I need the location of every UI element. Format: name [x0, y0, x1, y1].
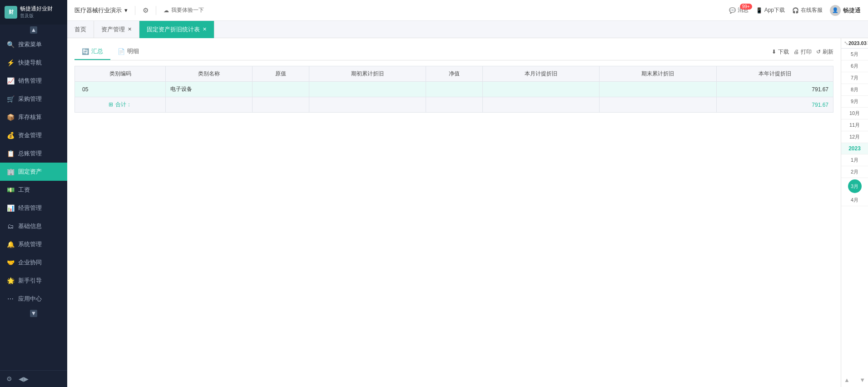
refresh-icon: ↺	[816, 49, 821, 55]
sidebar-item-ledger[interactable]: 📋 总账管理	[0, 144, 67, 163]
main-area: 医疗器械行业演示 ▾ ⚙ ☁ 我要体验一下 💬 消息 99+ 📱 App下载 🎧…	[67, 0, 868, 387]
col-header-name: 类别名称	[166, 66, 253, 82]
topbar-right: 💬 消息 99+ 📱 App下载 🎧 在线客服 👤 畅捷通	[729, 5, 861, 16]
date-item-4[interactable]: 4月	[841, 194, 868, 206]
settings-bottom-icon[interactable]: ⚙	[6, 375, 12, 382]
date-item-5[interactable]: 5月	[841, 49, 868, 60]
date-item-9[interactable]: 9月	[841, 96, 868, 108]
purchase-icon: 🛒	[6, 95, 15, 103]
sidebar-item-collab[interactable]: 🤝 企业协同	[0, 253, 67, 272]
user-avatar: 👤	[830, 5, 841, 16]
sidebar-item-guide[interactable]: 🌟 新手引导	[0, 272, 67, 290]
topbar-divider2	[156, 6, 156, 15]
sidebar-item-quicknav[interactable]: ⚡ 快捷导航	[0, 54, 67, 72]
basic-icon: 🗂	[6, 222, 15, 230]
topbar-messages[interactable]: 💬 消息 99+	[729, 6, 749, 14]
sidebar-item-apps-label: 应用中心	[18, 295, 42, 303]
col-header-annual: 本年计提折旧	[716, 66, 833, 82]
sidebar-item-inventory[interactable]: 📦 库存核算	[0, 108, 67, 126]
topbar-online-service[interactable]: 🎧 在线客服	[792, 6, 823, 14]
total-original-cell	[253, 97, 309, 113]
online-service-label: 在线客服	[801, 6, 823, 14]
sub-tab-summary[interactable]: 🔄 汇总	[74, 44, 110, 60]
logo-sub: 普及版	[20, 13, 53, 19]
system-icon: 🔔	[6, 240, 15, 248]
scroll-up-button[interactable]: ▲	[30, 26, 37, 34]
table-header-row: 类别编码 类别名称 原值 期初累计折旧 净值 本月计提折旧 期末累计折旧 本年计…	[75, 66, 833, 82]
total-label-cell: ⊞ 合计：	[75, 97, 166, 113]
date-item-10[interactable]: 10月	[841, 108, 868, 119]
sidebar-item-purchase[interactable]: 🛒 采购管理	[0, 90, 67, 108]
date-year-2023[interactable]: 2023	[841, 143, 868, 154]
tab-depreciation-close[interactable]: ✕	[203, 26, 207, 32]
sidebar-item-inventory-label: 库存核算	[18, 113, 42, 121]
user-name: 畅捷通	[843, 6, 861, 15]
sidebar-item-sales[interactable]: 📈 销售管理	[0, 72, 67, 90]
tab-asset-mgmt-label: 资产管理	[101, 25, 125, 34]
quicknav-icon: ⚡	[6, 59, 15, 67]
refresh-button[interactable]: ↺ 刷新	[816, 48, 833, 56]
cell-net	[426, 82, 483, 97]
sidebar-item-collab-label: 企业协同	[18, 258, 42, 267]
sidebar-item-business[interactable]: 📊 经营管理	[0, 199, 67, 217]
company-dropdown-icon: ▾	[124, 7, 128, 14]
date-item-3-active[interactable]: 3月	[848, 179, 862, 193]
cell-end-accum	[600, 82, 716, 97]
collapse-sidebar-icon[interactable]: ◀▶	[19, 375, 29, 382]
sidebar-item-fixed[interactable]: 🏢 固定资产	[0, 163, 67, 181]
data-table: 类别编码 类别名称 原值 期初累计折旧 净值 本月计提折旧 期末累计折旧 本年计…	[74, 66, 833, 113]
tab-depreciation-label: 固定资产折旧统计表	[147, 25, 200, 34]
total-annual-cell: 791.67	[716, 97, 833, 113]
topbar-experience[interactable]: ☁ 我要体验一下	[164, 6, 204, 14]
topbar-user[interactable]: 👤 畅捷通	[830, 5, 861, 16]
sidebar-item-apps[interactable]: ⋯ 应用中心	[0, 290, 67, 308]
sum-icon: ⊞	[109, 101, 113, 108]
tab-depreciation[interactable]: 固定资产折旧统计表 ✕	[139, 21, 214, 38]
date-item-1[interactable]: 1月	[841, 154, 868, 166]
topbar-app-download[interactable]: 📱 App下载	[756, 6, 785, 14]
sidebar-item-search[interactable]: 🔍 搜索菜单	[0, 35, 67, 54]
sidebar-item-business-label: 经营管理	[18, 204, 42, 212]
tab-asset-mgmt-close[interactable]: ✕	[128, 26, 132, 32]
table-row: 05 电子设备 791.67	[75, 82, 833, 97]
sidebar-item-payroll[interactable]: 💵 工资	[0, 181, 67, 199]
topbar-divider1	[135, 6, 135, 15]
experience-label: 我要体验一下	[171, 6, 204, 14]
cell-monthly	[482, 82, 599, 97]
date-prev-icon[interactable]: ▲	[844, 377, 850, 383]
date-item-2[interactable]: 2月	[841, 166, 868, 178]
tab-asset-mgmt[interactable]: 资产管理 ✕	[94, 21, 139, 38]
sidebar-item-guide-label: 新手引导	[18, 277, 42, 285]
phone-icon: 📱	[756, 7, 763, 14]
toolbar: ⬇ 下载 🖨 打印 ↺ 刷新	[772, 48, 833, 56]
summary-icon: 🔄	[82, 48, 89, 55]
date-item-12[interactable]: 12月	[841, 131, 868, 143]
col-header-end-accum: 期末累计折旧	[600, 66, 716, 82]
msg-icon: 💬	[729, 7, 736, 14]
sub-tab-summary-label: 汇总	[91, 47, 103, 55]
date-panel-header: 2023.03	[848, 40, 867, 46]
sidebar-item-finance[interactable]: 💰 资金管理	[0, 126, 67, 144]
date-item-11[interactable]: 11月	[841, 119, 868, 131]
print-button[interactable]: 🖨 打印	[794, 48, 812, 56]
sub-tab-detail[interactable]: 📄 明细	[110, 44, 146, 60]
sidebar-item-payroll-label: 工资	[18, 186, 30, 194]
topbar-settings-icon[interactable]: ⚙	[143, 6, 149, 15]
sidebar-item-fixed-label: 固定资产	[18, 168, 42, 176]
tab-home[interactable]: 首页	[67, 21, 94, 38]
date-item-7[interactable]: 7月	[841, 72, 868, 84]
date-item-8[interactable]: 8月	[841, 84, 868, 96]
company-selector[interactable]: 医疗器械行业演示 ▾	[74, 6, 128, 15]
date-next-icon[interactable]: ▼	[859, 377, 865, 383]
sidebar-item-system-label: 系统管理	[18, 240, 42, 248]
sidebar-item-basic[interactable]: 🗂 基础信息	[0, 217, 67, 235]
download-button[interactable]: ⬇ 下载	[772, 48, 789, 56]
sidebar-item-system[interactable]: 🔔 系统管理	[0, 235, 67, 253]
date-item-6[interactable]: 6月	[841, 60, 868, 72]
sidebar-item-sales-label: 销售管理	[18, 77, 42, 85]
ledger-icon: 📋	[6, 149, 15, 158]
topbar: 医疗器械行业演示 ▾ ⚙ ☁ 我要体验一下 💬 消息 99+ 📱 App下载 🎧…	[67, 0, 868, 21]
inventory-icon: 📦	[6, 113, 15, 121]
scroll-down-button[interactable]: ▼	[30, 310, 37, 317]
date-panel-expand-icon[interactable]: ⤡	[844, 40, 848, 46]
